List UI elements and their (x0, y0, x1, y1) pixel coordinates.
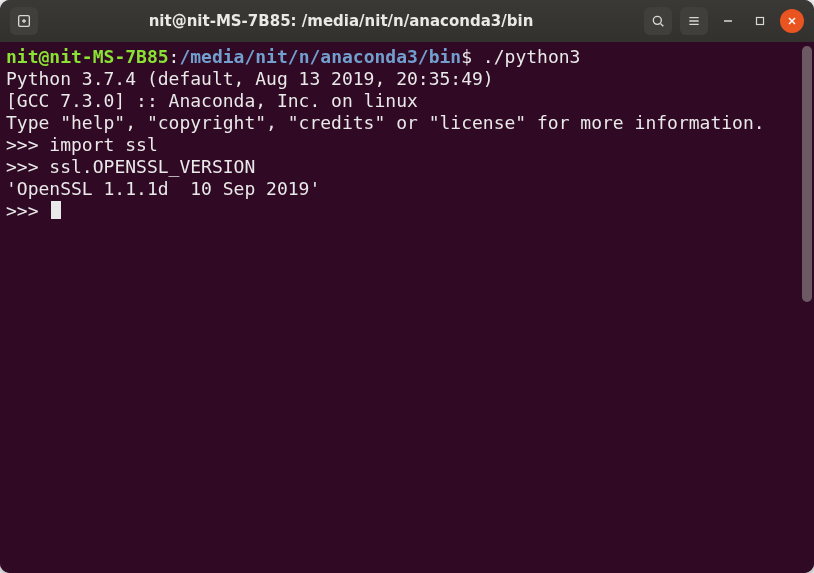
titlebar: nit@nit-MS-7B85: /media/nit/n/anaconda3/… (0, 0, 814, 42)
menu-button[interactable] (680, 7, 708, 35)
command-text: ./python3 (472, 46, 580, 67)
output-line: Type "help", "copyright", "credits" or "… (6, 112, 808, 134)
repl-input: ssl.OPENSSL_VERSION (49, 156, 255, 177)
scrollbar-thumb[interactable] (802, 46, 812, 302)
new-tab-button[interactable] (10, 7, 38, 35)
prompt-host: nit-MS-7B85 (49, 46, 168, 67)
prompt-user: nit (6, 46, 39, 67)
repl-input: import ssl (49, 134, 157, 155)
minimize-button[interactable] (716, 9, 740, 33)
output-line: Python 3.7.4 (default, Aug 13 2019, 20:3… (6, 68, 808, 90)
search-button[interactable] (644, 7, 672, 35)
maximize-button[interactable] (748, 9, 772, 33)
repl-prompt: >>> (6, 200, 49, 221)
output-line: [GCC 7.3.0] :: Anaconda, Inc. on linux (6, 90, 808, 112)
repl-line: >>> import ssl (6, 134, 808, 156)
repl-line: >>> (6, 200, 808, 222)
prompt-path: /media/nit/n/anaconda3/bin (179, 46, 461, 67)
svg-rect-2 (757, 18, 764, 25)
terminal-window: nit@nit-MS-7B85: /media/nit/n/anaconda3/… (0, 0, 814, 573)
repl-line: >>> ssl.OPENSSL_VERSION (6, 156, 808, 178)
terminal-area[interactable]: nit@nit-MS-7B85:/media/nit/n/anaconda3/b… (0, 42, 814, 573)
window-title: nit@nit-MS-7B85: /media/nit/n/anaconda3/… (48, 12, 634, 30)
repl-output: 'OpenSSL 1.1.1d 10 Sep 2019' (6, 178, 808, 200)
close-button[interactable] (780, 9, 804, 33)
cursor (51, 201, 61, 219)
svg-point-1 (653, 16, 661, 24)
repl-prompt: >>> (6, 156, 49, 177)
repl-prompt: >>> (6, 134, 49, 155)
prompt-line: nit@nit-MS-7B85:/media/nit/n/anaconda3/b… (6, 46, 808, 68)
